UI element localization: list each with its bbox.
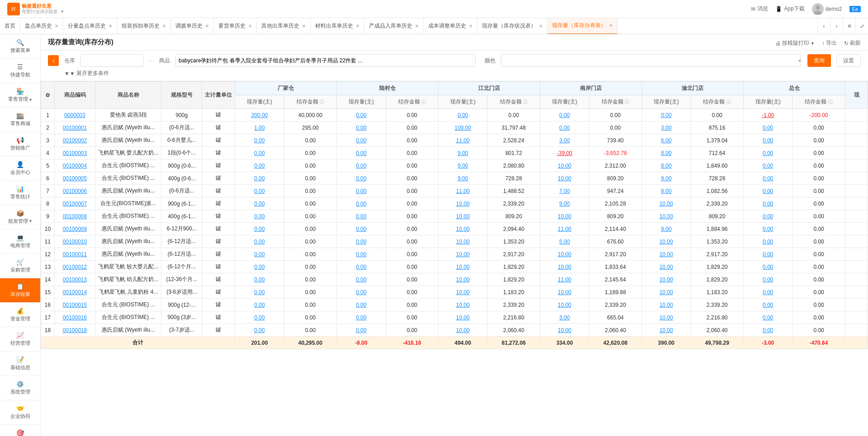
sidebar-item-retail-mgmt[interactable]: 🏪 零售管理 ▲ — [0, 83, 40, 108]
refresh-btn[interactable]: ↻ 刷新 — [844, 39, 861, 47]
sidebar-item-nav[interactable]: ☰ 快捷导航 — [0, 59, 40, 83]
tab-prev-btn[interactable]: ‹ — [817, 18, 830, 34]
filter-row: › 仓库 ··· 商品 颜色 ▼ 查询 设置 — [48, 54, 861, 67]
tab-yaohuo[interactable]: 要货单历史 ✕ — [214, 18, 257, 34]
th-yubei: 渝北门店 — [642, 82, 744, 95]
expand-conditions-btn[interactable]: ▼▼ 展开更多条件 — [64, 70, 861, 77]
tab-close[interactable]: ✕ — [248, 23, 252, 28]
tab-tiaopo[interactable]: 调拨单历史 ✕ — [171, 18, 214, 34]
tab-label: 其他出库单历史 — [261, 22, 299, 30]
avatar — [812, 3, 824, 15]
sidebar-item-wholesale[interactable]: 📦 批发管理 ▼ — [0, 205, 40, 230]
info-icon[interactable]: ⓘ — [320, 99, 324, 104]
tab-maximize-btn[interactable]: ⤢ — [855, 18, 868, 34]
info-icon[interactable]: ⓘ — [828, 99, 833, 104]
warehouse-input[interactable] — [80, 54, 144, 67]
svg-point-0 — [816, 5, 820, 10]
sidebar-item-inventory[interactable]: 📋 库存核算 — [0, 278, 40, 303]
sidebar-item-marketing[interactable]: 📢 营销推广 — [0, 132, 40, 156]
tab-home[interactable]: 首页 — [0, 18, 20, 34]
tab-qitachukulishi[interactable]: 其他出库单历史 ✕ — [257, 18, 311, 34]
sidebar-item-ecommerce[interactable]: 💻 电商管理 — [0, 230, 40, 254]
tab-close[interactable]: ✕ — [539, 23, 542, 28]
table-row: 800100007合生元(BIOSTIME)派...900g (6-1...罐0… — [41, 197, 868, 210]
summary-nanan-qty: 334.00 — [540, 337, 589, 349]
sidebar-item-basic[interactable]: 📝 基础信息 — [0, 352, 40, 376]
settings-btn[interactable]: 设置 — [836, 54, 861, 67]
sidebar-label: 企业协同 — [10, 413, 30, 419]
nav-icon: ☰ — [2, 63, 38, 70]
sidebar-item-retail-stat[interactable]: 📊 零售统计 — [0, 181, 40, 205]
tab-close[interactable]: ✕ — [55, 23, 58, 28]
sidebar-item-operation[interactable]: 📈 经营管理 — [0, 327, 40, 352]
mall-icon: 🏬 — [2, 112, 38, 119]
tab-cailiaochu[interactable]: 材料出库单历史 ✕ — [311, 18, 364, 34]
info-icon[interactable]: ⓘ — [625, 99, 629, 104]
message-icon: ✉ — [751, 6, 755, 12]
tab-pandian[interactable]: 盘点单历史 ✕ — [20, 18, 63, 34]
th-unit: 主计量单位 — [202, 82, 235, 109]
table-row: 300100002惠氏启赋 (Wyeth illu...0-6月婴儿...罐0.… — [41, 134, 868, 147]
tab-chanpinruku[interactable]: 产成品入库单历史 ✕ — [364, 18, 424, 34]
export-btn[interactable]: ↑ 导出 — [822, 39, 837, 47]
tab-xianzailiangkucun[interactable]: 现存量（库存状况表） ✕ — [477, 18, 547, 34]
color-input[interactable] — [501, 54, 801, 67]
sidebar-label: 会员中心 — [10, 169, 30, 175]
sidebar-item-search[interactable]: 🔍 搜索英单 — [0, 34, 40, 59]
tab-close-active[interactable]: ✕ — [609, 23, 613, 28]
tab-close[interactable]: ✕ — [302, 23, 306, 28]
message-btn[interactable]: ✉ 消息 — [751, 5, 768, 13]
basic-icon: 📝 — [2, 356, 38, 363]
th-zongcang-amt: 结存金额 ⓘ — [793, 95, 845, 109]
info-icon[interactable]: ⓘ — [523, 99, 528, 104]
sidebar-item-enterprise[interactable]: 🤝 企业协同 — [0, 400, 40, 425]
tab-next-btn[interactable]: › — [830, 18, 843, 34]
table-row: 1600100015合生元 (BIOSTIME) ...900g (12-...… — [41, 299, 868, 311]
tab-zuzhezhecai[interactable]: 组装拆卸单历史 ✕ — [117, 18, 171, 34]
table-row: 500100004合生元 (BIOSTIME) ...900g (0-6...罐… — [41, 159, 868, 172]
enterprise-icon: 🤝 — [2, 405, 38, 412]
page-header: 现存量查询(库存分布) 🖨 按模版打印 ▼ ↑ 导出 ↻ 刷新 — [41, 34, 868, 51]
table-row: 1300100012飞鹤星飞帆 较大婴儿配...(6-12个月...罐0.000… — [41, 261, 868, 273]
tab-chenben[interactable]: 成本调整单历史 ✕ — [424, 18, 477, 34]
tab-close[interactable]: ✕ — [162, 23, 166, 28]
summary-lucunca-qty: -8.00 — [337, 337, 386, 349]
tab-close[interactable]: ✕ — [356, 23, 359, 28]
th-lucunca: 陆村仓 — [337, 82, 439, 95]
tab-close[interactable]: ✕ — [469, 23, 472, 28]
tab-close[interactable]: ✕ — [415, 23, 419, 28]
info-icon[interactable]: ⓘ — [421, 99, 426, 104]
th-settings[interactable]: ⚙ — [41, 82, 55, 109]
tab-fenpandian[interactable]: 分量盘点单历史 ✕ — [63, 18, 117, 34]
logo-area: 好 畅捷通好生意 母婴行业演示陈套 ▼ — [7, 3, 65, 15]
query-btn[interactable]: 查询 — [807, 54, 831, 67]
sidebar-item-retail-mall[interactable]: 🏬 零售商城 — [0, 108, 40, 132]
tab-close-all-btn[interactable]: ✕ — [843, 18, 855, 34]
sidebar-item-purchase[interactable]: 🛒 采购管理 — [0, 254, 40, 278]
table-row: 1500100014飞鹤星飞帆 儿童奶粉 4...(3-6岁适用...罐0.00… — [41, 286, 868, 299]
tab-close[interactable]: ✕ — [205, 23, 209, 28]
print-btn[interactable]: 🖨 按模版打印 ▼ — [775, 39, 815, 47]
sidebar-item-guide[interactable]: 🎯 新手引导 — [0, 425, 40, 436]
top-right-label: Ea — [849, 6, 861, 12]
sidebar-item-system[interactable]: ⚙️ 系统管理 — [0, 376, 40, 400]
th-changjiaku: 厂家仓 — [235, 82, 337, 95]
sidebar-item-member[interactable]: 👤 会员中心 — [0, 156, 40, 181]
product-input[interactable] — [175, 54, 476, 67]
app-download-btn[interactable]: 📱 App下载 — [775, 5, 804, 13]
tab-xianzailiangfenbu[interactable]: 现存量（库存分布表） ✕ — [547, 18, 618, 34]
logo-text: 畅捷通好生意 — [22, 3, 65, 9]
th-nanan-amt: 结存金额 ⓘ — [589, 95, 642, 109]
sidebar-item-finance[interactable]: 💰 资金管理 — [0, 303, 40, 327]
printer-icon: 🖨 — [775, 40, 781, 47]
th-code: 商品编码 — [55, 82, 95, 109]
info-icon[interactable]: ⓘ — [726, 99, 731, 104]
ecommerce-icon: 💻 — [2, 234, 38, 241]
sidebar-label: 零售管理 — [8, 96, 28, 103]
tab-close[interactable]: ✕ — [108, 23, 112, 28]
filter-toggle-btn[interactable]: › — [48, 55, 59, 66]
user-area[interactable]: demo2 — [812, 3, 842, 15]
inventory-icon: 📋 — [2, 283, 38, 290]
table-wrapper[interactable]: ⚙ 商品编码 商品名称 规格型号 主计量单位 厂家仓 陆村仓 江北门店 南岸门店… — [41, 81, 868, 436]
operation-icon: 📈 — [2, 332, 38, 339]
